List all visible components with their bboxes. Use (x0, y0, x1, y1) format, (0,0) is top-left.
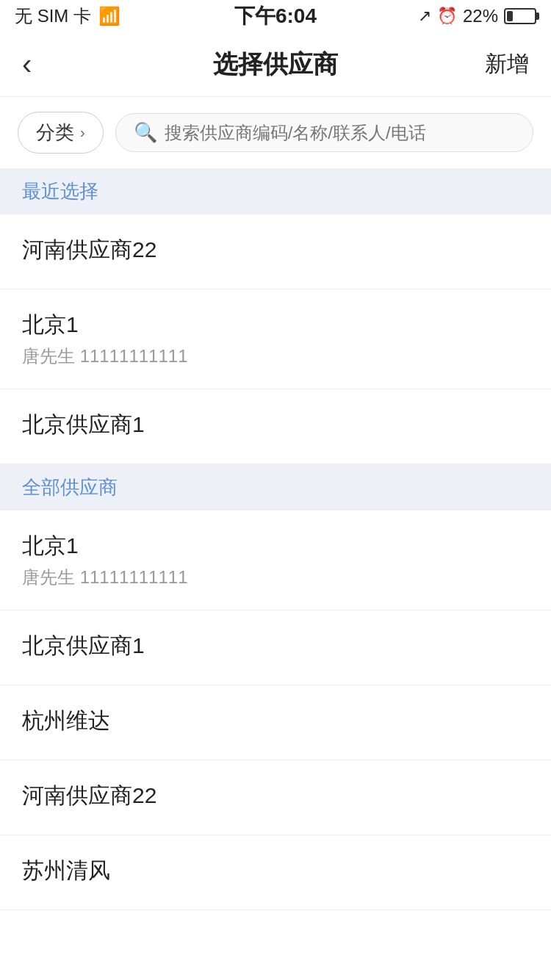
status-right: ↗ ⏰ 22% (418, 6, 536, 26)
item-name: 北京1 (22, 531, 529, 561)
chevron-right-icon: › (80, 124, 85, 141)
filter-bar: 分类 › 🔍 (0, 97, 551, 168)
no-sim-text: 无 SIM 卡 (15, 4, 91, 28)
all-items-list: 北京1唐先生 11111111111北京供应商1杭州维达河南供应商22苏州清风 (0, 511, 551, 910)
item-name: 河南供应商22 (22, 781, 529, 811)
battery-percent: 22% (463, 6, 498, 26)
list-item[interactable]: 杭州维达 (0, 685, 551, 760)
add-button[interactable]: 新增 (485, 49, 529, 79)
list-item[interactable]: 北京1唐先生 11111111111 (0, 289, 551, 389)
list-item[interactable]: 北京1唐先生 11111111111 (0, 511, 551, 610)
alarm-icon: ⏰ (437, 7, 457, 26)
list-item[interactable]: 北京供应商1 (0, 610, 551, 685)
location-icon: ↗ (418, 7, 431, 26)
category-label: 分类 (36, 120, 74, 145)
item-name: 北京供应商1 (22, 410, 529, 440)
item-name: 苏州清风 (22, 856, 529, 886)
status-time: 下午6:04 (234, 2, 317, 30)
status-bar: 无 SIM 卡 📶 下午6:04 ↗ ⏰ 22% (0, 0, 551, 32)
item-sub: 唐先生 11111111111 (22, 566, 529, 589)
list-item[interactable]: 河南供应商22 (0, 760, 551, 835)
item-name: 北京1 (22, 310, 529, 340)
search-box[interactable]: 🔍 (115, 113, 533, 152)
category-filter-button[interactable]: 分类 › (18, 112, 104, 154)
item-name: 北京供应商1 (22, 631, 529, 661)
all-section-header: 全部供应商 (0, 464, 551, 511)
list-item[interactable]: 河南供应商22 (0, 215, 551, 289)
item-name: 河南供应商22 (22, 235, 529, 265)
list-item[interactable]: 北京供应商1 (0, 389, 551, 464)
list-item[interactable]: 苏州清风 (0, 835, 551, 910)
item-name: 杭州维达 (22, 706, 529, 736)
item-sub: 唐先生 11111111111 (22, 345, 529, 368)
page-title: 选择供应商 (213, 48, 338, 82)
recent-items-list: 河南供应商22北京1唐先生 11111111111北京供应商1 (0, 215, 551, 464)
wifi-icon: 📶 (98, 6, 120, 26)
search-icon: 🔍 (134, 121, 157, 144)
status-left: 无 SIM 卡 📶 (15, 4, 120, 28)
search-input[interactable] (165, 123, 515, 143)
recent-section-header: 最近选择 (0, 168, 551, 215)
battery-icon (504, 8, 536, 24)
nav-bar: ‹ 选择供应商 新增 (0, 32, 551, 97)
back-button[interactable]: ‹ (22, 48, 66, 81)
